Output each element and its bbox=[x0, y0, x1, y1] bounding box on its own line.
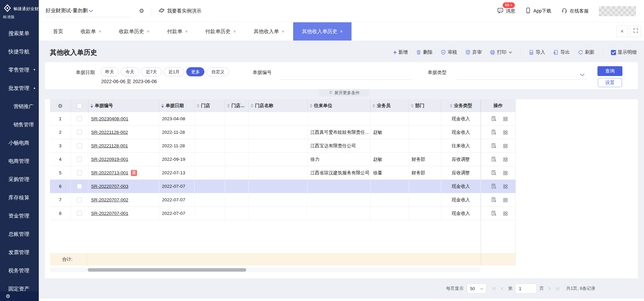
column-header-department[interactable]: 部门 bbox=[409, 99, 441, 112]
view-detail-icon[interactable] bbox=[491, 116, 497, 122]
messages-button[interactable]: 99 + 消息 bbox=[497, 7, 515, 15]
unaudit-button[interactable]: 弃审 bbox=[465, 49, 482, 55]
column-header-partner[interactable]: 往来单位 bbox=[308, 99, 370, 112]
sidebar-item-批发管理[interactable]: 批发管理▲ bbox=[0, 79, 39, 97]
refresh-button[interactable]: 刷新 bbox=[578, 49, 594, 55]
close-all-tabs-button[interactable]: × bbox=[616, 26, 628, 37]
tab-首页[interactable]: 首页 bbox=[44, 22, 72, 41]
online-service-button[interactable]: 在线客服 bbox=[561, 7, 589, 15]
per-page-select[interactable]: 50 bbox=[467, 283, 486, 294]
column-header-store_abbr[interactable]: 门店... bbox=[225, 99, 249, 112]
row-checkbox[interactable] bbox=[77, 130, 82, 135]
audit-button[interactable]: 审核 bbox=[441, 49, 457, 55]
tab-其他收入单历史[interactable]: 其他收入单历史× bbox=[293, 22, 352, 41]
chevron-down-icon[interactable] bbox=[580, 72, 585, 78]
close-tab-icon[interactable]: × bbox=[282, 29, 284, 34]
workspace-selector[interactable]: 好业财测试-量勿删 bbox=[46, 7, 132, 17]
app-download-button[interactable]: App下载 bbox=[525, 7, 551, 15]
sidebar-item-资金管理[interactable]: 资金管理 bbox=[0, 207, 39, 225]
column-header-store_name[interactable]: 门店名称 bbox=[249, 99, 308, 112]
more-actions-icon[interactable] bbox=[503, 116, 508, 122]
bill-no-input[interactable] bbox=[279, 68, 413, 80]
sidebar-item-税务管理[interactable]: 税务管理 bbox=[0, 261, 39, 280]
more-actions-icon[interactable] bbox=[503, 197, 508, 203]
sidebar-item-库存核算[interactable]: 库存核算 bbox=[0, 189, 39, 207]
column-settings-gear-icon[interactable]: ⚙ bbox=[58, 103, 62, 109]
page-number-input[interactable] bbox=[515, 283, 537, 294]
bill-number-link[interactable]: SR-20220707-003 bbox=[91, 184, 128, 189]
sidebar-item-采购管理[interactable]: 采购管理 bbox=[0, 170, 39, 189]
sidebar-item-电商管理[interactable]: 电商管理 bbox=[0, 152, 39, 170]
row-checkbox[interactable] bbox=[77, 116, 82, 121]
view-detail-icon[interactable] bbox=[491, 183, 497, 189]
tab-收款单历史[interactable]: 收款单历史× bbox=[110, 22, 158, 41]
column-header-bill_no[interactable]: 单据编号 bbox=[88, 99, 159, 112]
bill-number-link[interactable]: SR-20221128-001 bbox=[91, 143, 128, 148]
table-row[interactable]: 7SR-20220707-0022022-07-07现金收入 bbox=[50, 193, 515, 207]
close-tab-icon[interactable]: × bbox=[340, 29, 343, 34]
more-actions-icon[interactable] bbox=[503, 157, 508, 162]
date-pill-昨天[interactable]: 昨天 bbox=[101, 67, 119, 76]
sidebar-item-总账管理[interactable]: 总账管理 bbox=[0, 225, 39, 243]
date-range-value[interactable]: 2022-06-06 至 2023-06-06 bbox=[101, 79, 157, 85]
table-row[interactable]: 1SR-20230408-0012023-04-08现金收入 bbox=[50, 112, 515, 126]
tab-其他收入单[interactable]: 其他收入单× bbox=[245, 22, 293, 41]
view-detail-icon[interactable] bbox=[491, 129, 497, 135]
row-checkbox[interactable] bbox=[77, 211, 82, 216]
delete-button[interactable]: 删除 bbox=[416, 49, 432, 55]
bill-type-input[interactable] bbox=[457, 68, 587, 80]
bill-number-link[interactable]: SR-20220707-002 bbox=[91, 197, 128, 202]
column-header-salesman[interactable]: 业务员 bbox=[370, 99, 409, 112]
bill-number-link[interactable]: SR-20220713-001 bbox=[91, 170, 128, 175]
sidebar-settings-gear-icon[interactable]: ⚙ bbox=[6, 294, 10, 299]
row-checkbox[interactable] bbox=[77, 143, 82, 148]
horizontal-scrollbar-thumb[interactable] bbox=[88, 268, 246, 272]
print-button[interactable]: 打印 bbox=[490, 49, 512, 55]
export-button[interactable]: 导出 bbox=[553, 49, 570, 55]
sort-icons[interactable] bbox=[411, 104, 414, 108]
table-row[interactable]: 4SR-20220919-0012022-09-19徐力赵敏财务部应收调整 bbox=[50, 153, 515, 166]
date-pill-自定义[interactable]: 自定义 bbox=[206, 67, 229, 76]
date-pill-更多[interactable]: 更多 bbox=[186, 67, 204, 76]
sort-icons[interactable] bbox=[197, 104, 199, 108]
sidebar-item-搜索菜单[interactable]: 搜索菜单 bbox=[0, 24, 39, 43]
sidebar-item-快捷导航[interactable]: 快捷导航 bbox=[0, 43, 39, 61]
date-pill-今天[interactable]: 今天 bbox=[121, 67, 139, 76]
settings-button[interactable]: 设置 bbox=[598, 78, 622, 87]
row-checkbox[interactable] bbox=[77, 170, 82, 175]
sidebar-item-发票管理[interactable]: 发票管理 bbox=[0, 243, 39, 261]
tab-收款单[interactable]: 收款单× bbox=[72, 22, 110, 41]
close-tab-icon[interactable]: × bbox=[99, 29, 101, 34]
next-page-button[interactable] bbox=[547, 286, 552, 291]
table-row[interactable]: 8SR-20220707-0012022-07-07现金收入 bbox=[50, 207, 515, 220]
close-tab-icon[interactable]: × bbox=[185, 29, 188, 34]
select-all-checkbox[interactable] bbox=[77, 103, 82, 108]
date-pill-近1月[interactable]: 近1月 bbox=[164, 67, 184, 76]
sort-icons[interactable] bbox=[372, 104, 375, 108]
show-detail-toggle[interactable]: 显示明细 bbox=[611, 49, 637, 55]
last-page-button[interactable] bbox=[555, 286, 560, 291]
first-page-button[interactable] bbox=[492, 286, 497, 291]
sort-icons[interactable] bbox=[251, 104, 253, 108]
tab-付款单[interactable]: 付款单× bbox=[158, 22, 196, 41]
query-button[interactable]: 查询 bbox=[597, 66, 622, 76]
prev-page-button[interactable] bbox=[500, 286, 505, 291]
view-detail-icon[interactable] bbox=[491, 143, 497, 149]
sidebar-item-小畅电商[interactable]: 小畅电商 bbox=[0, 134, 39, 152]
sidebar-item-营销推广[interactable]: 营销推广 bbox=[0, 97, 39, 116]
row-checkbox[interactable] bbox=[77, 184, 82, 189]
sort-icons[interactable] bbox=[161, 104, 164, 108]
column-header-store[interactable]: 门店 bbox=[195, 99, 225, 112]
bill-number-link[interactable]: SR-20230408-001 bbox=[91, 116, 128, 121]
fullscreen-button[interactable] bbox=[630, 26, 641, 37]
more-actions-icon[interactable] bbox=[503, 170, 508, 176]
sort-icons[interactable] bbox=[450, 104, 452, 108]
more-actions-icon[interactable] bbox=[503, 130, 508, 135]
view-detail-icon[interactable] bbox=[491, 156, 497, 162]
table-row[interactable]: 5SR-20220713-001退2022-07-13江西省琼汉建筑服务有限公司… bbox=[50, 166, 515, 180]
more-actions-icon[interactable] bbox=[503, 143, 508, 149]
sort-icons[interactable] bbox=[227, 104, 230, 108]
bill-number-link[interactable]: SR-20221128-002 bbox=[91, 130, 128, 135]
table-row[interactable]: 3SR-20221128-0012022-11-28江西宝达有限责任公司往来收入 bbox=[50, 139, 515, 153]
bill-number-link[interactable]: SR-20220707-001 bbox=[91, 211, 128, 216]
